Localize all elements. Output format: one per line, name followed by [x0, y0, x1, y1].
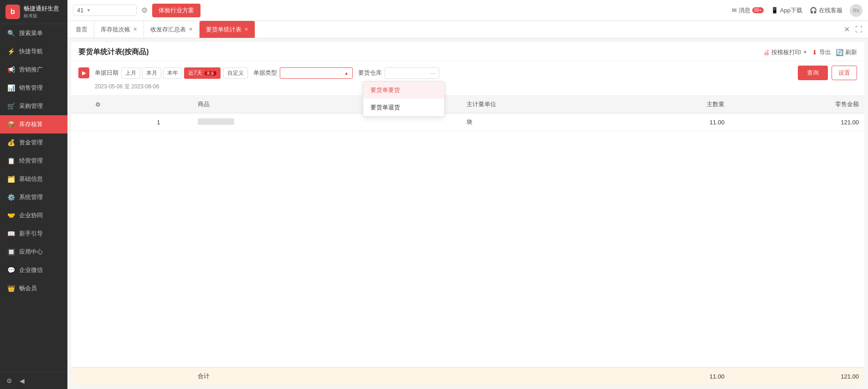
sidebar-label-system: 系统管理	[19, 193, 43, 201]
filter-expand-button[interactable]: ▶	[78, 67, 89, 78]
operations-icon: 📋	[6, 156, 15, 165]
dropdown-item-order[interactable]: 要货单要货	[363, 82, 444, 99]
sidebar-label-sales: 销售管理	[19, 84, 43, 92]
sidebar-item-search[interactable]: 🔍 搜索菜单	[0, 24, 67, 42]
filter-actions: 查询 设置	[798, 66, 857, 80]
type-dropdown: 要货单要货 要货单退货	[363, 81, 445, 117]
marketing-icon: 📢	[6, 65, 15, 74]
collab-icon: 🤝	[6, 211, 15, 220]
chevron-up-icon: ▲	[344, 71, 349, 76]
sidebar-item-apps[interactable]: 🔲 应用中心	[0, 243, 67, 261]
close-all-tab-button[interactable]: ✕	[842, 24, 852, 35]
tab-home[interactable]: 首页	[69, 21, 94, 38]
message-label: 消息	[739, 6, 750, 15]
total-amount: 121.00	[730, 368, 864, 385]
settings-icon: ⚙	[95, 101, 101, 108]
close-icon[interactable]: ✕	[244, 26, 248, 32]
top-bar: 41 ▼ ⚙ 体验行业方案 ✉ 消息 99+ 📱 App下载 🎧 在线客服 Ri…	[67, 0, 868, 21]
tab-summary[interactable]: 收发存汇总表 ✕	[144, 21, 200, 38]
refresh-icon: 🔄	[836, 49, 843, 56]
type-select[interactable]: ▲	[280, 67, 353, 79]
store-selector[interactable]: 41 ▼	[73, 5, 137, 16]
date-btn-up[interactable]: 上月	[121, 67, 140, 79]
sidebar-label-guide: 新手引导	[19, 230, 43, 238]
settings-button[interactable]: ⚙	[6, 377, 12, 384]
export-button[interactable]: ⬇ 导出	[812, 48, 831, 56]
date-range-display: 2023-05-06 至 2023-06-06	[78, 83, 857, 91]
collapse-button[interactable]: ◀	[20, 377, 25, 384]
avatar[interactable]: Rit	[850, 4, 863, 17]
date-btn-current[interactable]: 本月	[142, 67, 161, 79]
sidebar-item-quick-nav[interactable]: ⚡ 快捷导航	[0, 42, 67, 61]
close-icon[interactable]: ✕	[189, 26, 193, 32]
sidebar-item-wechat[interactable]: 💬 企业微信	[0, 261, 67, 279]
sidebar-item-inventory[interactable]: 📦 库存核算	[0, 115, 67, 133]
sidebar-item-guide[interactable]: 📖 新手引导	[0, 225, 67, 243]
filter-settings-button[interactable]: 设置	[832, 66, 857, 80]
refresh-label: 刷新	[845, 48, 857, 56]
app-download-button[interactable]: 📱 App下载	[771, 6, 802, 15]
tab-home-label: 首页	[76, 26, 87, 34]
sidebar-item-basic[interactable]: 🗂️ 基础信息	[0, 170, 67, 188]
row-qty-cell: 11.00	[596, 113, 730, 131]
print-button[interactable]: 🖨 按模板打印 ▼	[763, 48, 807, 56]
vip-icon: 👑	[6, 284, 15, 293]
sidebar-item-marketing[interactable]: 📢 营销推广	[0, 61, 67, 79]
sales-icon: 📊	[6, 83, 15, 92]
total-row: 合计 11.00 121.00	[71, 368, 864, 385]
sidebar-item-system[interactable]: ⚙️ 系统管理	[0, 188, 67, 206]
tab-expand-buttons: ✕ ⛶	[842, 21, 868, 38]
app-logo: b 畅捷通好生意 标准版	[0, 0, 67, 24]
quick-nav-icon: ⚡	[6, 47, 15, 56]
export-icon: ⬇	[812, 49, 817, 56]
page-header-actions: 🖨 按模板打印 ▼ ⬇ 导出 🔄 刷新	[763, 48, 857, 56]
dropdown-item-return[interactable]: 要货单退货	[363, 99, 444, 116]
sidebar-item-vip[interactable]: 👑 畅会员	[0, 279, 67, 297]
th-no	[125, 96, 192, 113]
tabs-bar: 首页 库存批次账 ✕ 收发存汇总表 ✕ 要货单统计表 ✕ ✕ ⛶	[67, 21, 868, 38]
query-button[interactable]: 查询	[798, 66, 828, 80]
wechat-icon: 💬	[6, 266, 15, 275]
print-label: 按模板打印	[771, 48, 801, 56]
sidebar-item-operations[interactable]: 📋 经营管理	[0, 152, 67, 170]
date-btn-year[interactable]: 本年	[163, 67, 182, 79]
date-btn-recent7[interactable]: 近7天 更多	[184, 67, 221, 79]
topbar-gear-button[interactable]: ⚙	[141, 6, 148, 15]
sidebar-label-marketing: 营销推广	[19, 66, 43, 74]
sidebar-item-purchase[interactable]: 🛒 采购管理	[0, 97, 67, 115]
tab-order-stat[interactable]: 要货单统计表 ✕	[200, 21, 255, 38]
sidebar-label-quick-nav: 快捷导航	[19, 47, 43, 56]
th-unit: 主计量单位	[461, 96, 596, 113]
warehouse-select[interactable]: ···	[385, 67, 439, 79]
expand-tab-button[interactable]: ⛶	[853, 25, 864, 35]
sidebar-item-finance[interactable]: 💰 资金管理	[0, 133, 67, 152]
basic-icon: 🗂️	[6, 174, 15, 184]
purchase-icon: 🛒	[6, 102, 15, 111]
service-label: 在线客服	[819, 6, 842, 15]
content-area: 要货单统计表(按商品) 🖨 按模板打印 ▼ ⬇ 导出 🔄 刷新 ▶	[71, 42, 864, 385]
app-download-icon: 📱	[771, 7, 778, 14]
sidebar-item-collab[interactable]: 🤝 企业协同	[0, 206, 67, 225]
sidebar-label-basic: 基础信息	[19, 175, 43, 183]
top-bar-left: 41 ▼ ⚙ 体验行业方案	[73, 4, 200, 17]
online-service-button[interactable]: 🎧 在线客服	[810, 6, 842, 15]
refresh-button[interactable]: 🔄 刷新	[836, 48, 857, 56]
sidebar-item-sales[interactable]: 📊 销售管理	[0, 79, 67, 97]
tab-batch[interactable]: 库存批次账 ✕	[94, 21, 144, 38]
message-button[interactable]: ✉ 消息 99+	[732, 6, 764, 15]
main-area: 41 ▼ ⚙ 体验行业方案 ✉ 消息 99+ 📱 App下载 🎧 在线客服 Ri…	[67, 0, 868, 389]
date-filter-label: 单据日期	[95, 69, 118, 77]
sidebar-label-finance: 资金管理	[19, 138, 43, 147]
th-settings[interactable]: ⚙	[71, 96, 125, 113]
close-icon[interactable]: ✕	[133, 26, 137, 32]
total-table: 合计 11.00 121.00	[71, 367, 864, 385]
sidebar-label-vip: 畅会员	[19, 284, 37, 292]
goods-placeholder	[198, 118, 234, 125]
apps-icon: 🔲	[6, 247, 15, 256]
table-container: ⚙ 商品 主计量单位 主数量 零售金额 1	[71, 96, 864, 367]
th-amount: 零售金额	[730, 96, 864, 113]
custom-date-button[interactable]: 自定义	[223, 67, 248, 79]
date-more-badge: 更多	[205, 71, 216, 76]
trial-button[interactable]: 体验行业方案	[152, 4, 200, 17]
logo-icon: b	[5, 5, 20, 19]
